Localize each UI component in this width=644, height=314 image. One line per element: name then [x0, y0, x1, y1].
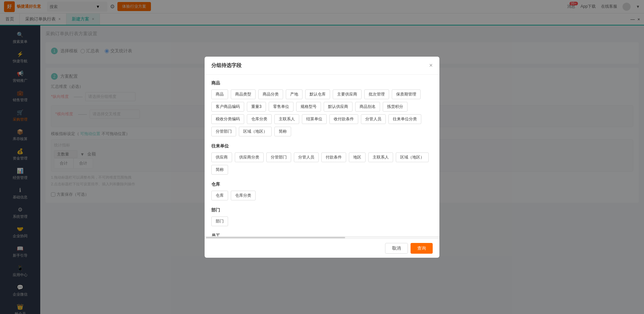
- field-select-modal: 分组待选字段 × 商品 商品 商品类型 商品分类 产地 默认仓库 主要供应商 批…: [205, 57, 439, 258]
- field-tag-settlement-unit[interactable]: 结算单位: [302, 114, 327, 124]
- field-tag-partner-region[interactable]: 区域（地区）: [396, 152, 429, 162]
- field-tag-tax-code[interactable]: 税收分类编码: [211, 114, 244, 124]
- warehouse-field-tags: 仓库 仓库分类: [211, 191, 433, 200]
- field-tag-retail-unit[interactable]: 零售单位: [269, 102, 293, 112]
- field-tag-product-category[interactable]: 商品分类: [258, 89, 283, 99]
- modal-footer: 取消 查询: [205, 239, 439, 258]
- field-section-warehouse: 仓库 仓库 仓库分类: [211, 181, 433, 200]
- modal-close-button[interactable]: ×: [429, 62, 433, 69]
- field-tag-supplier-category[interactable]: 供应商分类: [235, 152, 264, 162]
- field-tag-spec-model[interactable]: 规格型号: [296, 102, 321, 112]
- field-section-partner-title: 往来单位: [211, 143, 433, 149]
- field-tag-payment-terms[interactable]: 收付款条件: [329, 114, 358, 124]
- field-section-employee-title: 员工: [211, 233, 433, 237]
- field-tag-batch-mgmt[interactable]: 批次管理: [364, 89, 389, 99]
- field-tag-warehouse-cat[interactable]: 仓库分类: [231, 191, 256, 200]
- confirm-button[interactable]: 查询: [411, 243, 433, 254]
- field-section-product-title: 商品: [211, 80, 433, 86]
- modal-header: 分组待选字段 ×: [205, 57, 439, 75]
- field-tag-default-supplier[interactable]: 默认供应商: [324, 102, 353, 112]
- field-section-department: 部门 部门: [211, 207, 433, 226]
- modal-overlay: 分组待选字段 × 商品 商品 商品类型 商品分类 产地 默认仓库 主要供应商 批…: [0, 0, 644, 314]
- field-tag-main-supplier[interactable]: 主要供应商: [333, 89, 362, 99]
- field-tag-supplier[interactable]: 供应商: [211, 152, 232, 162]
- field-tag-product-alias[interactable]: 商品别名: [355, 102, 380, 112]
- field-tag-pay-terms[interactable]: 付款条件: [321, 152, 346, 162]
- field-tag-product-type[interactable]: 商品类型: [231, 89, 256, 99]
- field-tag-partner-dept[interactable]: 分管部门: [266, 152, 291, 162]
- field-tag-dept[interactable]: 分管部门: [211, 127, 236, 136]
- modal-title: 分组待选字段: [211, 62, 241, 69]
- field-section-warehouse-title: 仓库: [211, 181, 433, 187]
- field-tag-partner-abbr[interactable]: 简称: [211, 165, 228, 175]
- field-tag-unit-category[interactable]: 往来单位分类: [388, 114, 421, 124]
- field-tag-origin[interactable]: 产地: [286, 89, 303, 99]
- field-tag-customer-code[interactable]: 客户商品编码: [211, 102, 244, 112]
- field-tag-warehouse-category[interactable]: 仓库分类: [247, 114, 272, 124]
- field-tag-shelf-life[interactable]: 保质期管理: [392, 89, 421, 99]
- field-tag-product[interactable]: 商品: [211, 89, 228, 99]
- field-tag-warehouse[interactable]: 仓库: [211, 191, 228, 200]
- field-tag-manager[interactable]: 分管人员: [361, 114, 386, 124]
- dept-field-tags: 部门: [211, 216, 433, 226]
- field-tag-partner-contact[interactable]: 主联系人: [368, 152, 393, 162]
- field-tag-region[interactable]: 区域（地区）: [239, 127, 272, 136]
- scrollbar-thumb: [206, 237, 345, 238]
- field-tag-weight[interactable]: 重量3: [247, 102, 266, 112]
- product-field-tags: 商品 商品类型 商品分类 产地 默认仓库 主要供应商 批次管理 保质期管理 客户…: [211, 89, 433, 136]
- field-tag-abbr[interactable]: 简称: [274, 127, 291, 136]
- field-tag-pick-points[interactable]: 拣货积分: [383, 102, 408, 112]
- field-tag-partner-manager[interactable]: 分管人员: [294, 152, 319, 162]
- field-section-employee: 员工 业务员: [211, 233, 433, 237]
- field-tag-main-contact[interactable]: 主联系人: [274, 114, 299, 124]
- field-section-partner: 往来单位 供应商 供应商分类 分管部门 分管人员 付款条件 地区 主联系人 区域…: [211, 143, 433, 175]
- partner-field-tags: 供应商 供应商分类 分管部门 分管人员 付款条件 地区 主联系人 区域（地区） …: [211, 152, 433, 175]
- modal-body: 商品 商品 商品类型 商品分类 产地 默认仓库 主要供应商 批次管理 保质期管理…: [205, 75, 439, 237]
- cancel-button[interactable]: 取消: [385, 243, 408, 254]
- field-tag-department[interactable]: 部门: [211, 216, 228, 226]
- field-tag-default-warehouse[interactable]: 默认仓库: [305, 89, 330, 99]
- field-section-product: 商品 商品 商品类型 商品分类 产地 默认仓库 主要供应商 批次管理 保质期管理…: [211, 80, 433, 136]
- field-section-department-title: 部门: [211, 207, 433, 213]
- field-tag-area[interactable]: 地区: [349, 152, 366, 162]
